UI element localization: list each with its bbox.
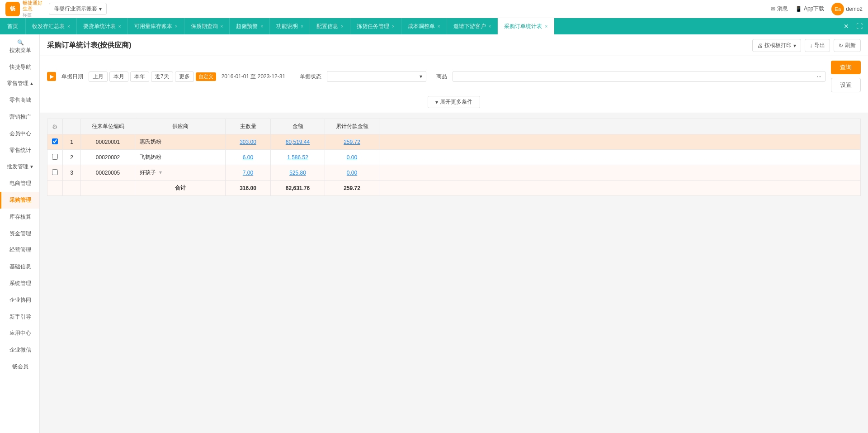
page-header: 采购订单统计表(按供应商) 🖨 按模板打印 ▾ ↓ 导出 ↻ 刷新 — [40, 34, 868, 56]
tab-purchase-stat[interactable]: 采购订单统计表 × — [498, 18, 554, 34]
tab-order-stat[interactable]: 要货单统计表 × — [77, 18, 128, 34]
close-inventory-book[interactable]: × — [175, 24, 178, 29]
export-button[interactable]: ↓ 导出 — [805, 39, 830, 52]
refresh-button[interactable]: ↻ 刷新 — [834, 39, 861, 52]
message-btn[interactable]: ✉ 消息 — [771, 5, 788, 13]
tab-collect-pay[interactable]: 收发存汇总表 × — [26, 18, 77, 34]
row-qty-link-2[interactable]: 6.00 — [243, 154, 253, 161]
row-qty-1[interactable]: 303.00 — [226, 134, 271, 150]
sidebar-item-ecommerce[interactable]: 电商管理 — [0, 175, 39, 192]
close-expiry-query[interactable]: × — [221, 24, 223, 29]
row-amount-link-2[interactable]: 1,586.52 — [287, 154, 308, 161]
close-cost-adjust[interactable]: × — [438, 24, 440, 29]
print-button[interactable]: 🖨 按模板打印 ▾ — [752, 39, 801, 52]
row-check-1[interactable] — [47, 134, 63, 150]
row-amount-2[interactable]: 1,586.52 — [271, 150, 325, 165]
sidebar-item-newbie[interactable]: 新手引导 — [0, 309, 39, 325]
date-range-display: 2016-01-01 至 2023-12-31 — [222, 73, 285, 81]
sidebar-item-operation[interactable]: 经营管理 — [0, 242, 39, 258]
close-invite-downstream[interactable]: × — [489, 24, 491, 29]
date-this-month-btn[interactable]: 本月 — [109, 71, 128, 82]
row-qty-3[interactable]: 7.00 — [226, 165, 271, 181]
close-all-tabs-btn[interactable]: ✕ — [840, 23, 853, 30]
retail-mgmt-label: 零售管理 — [7, 80, 28, 87]
close-order-stat[interactable]: × — [118, 24, 121, 29]
sidebar-item-retail-mgmt[interactable]: 零售管理 ▲ — [0, 75, 39, 92]
date-last-month-btn[interactable]: 上月 — [89, 71, 108, 82]
logo-text: 畅捷通好生意标签 — [23, 0, 45, 18]
sidebar-item-marketing[interactable]: 营销推广 — [0, 109, 39, 125]
sidebar-item-quick-nav[interactable]: 快捷导航 — [0, 59, 39, 76]
expand-row-icon[interactable]: ▾ — [159, 169, 162, 176]
sidebar-item-retail-stat[interactable]: 零售统计 — [0, 142, 39, 159]
row-checkbox-3[interactable] — [52, 169, 58, 175]
row-supplier-1: 惠氏奶粉 — [135, 134, 226, 150]
date-more-btn[interactable]: 更多 — [175, 71, 194, 82]
tab-config-info[interactable]: 配置信息 × — [310, 18, 350, 34]
tab-cost-adjust[interactable]: 成本调整单 × — [401, 18, 447, 34]
sidebar-item-cooperation[interactable]: 企业协同 — [0, 292, 39, 309]
sidebar-item-search[interactable]: 🔍 搜索菜单 — [0, 34, 39, 59]
row-amount-link-3[interactable]: 525.80 — [289, 170, 306, 176]
app-download-btn[interactable]: 📱 App下载 — [795, 5, 824, 13]
column-settings-icon[interactable]: ⚙ — [52, 123, 58, 130]
tab-inventory-book[interactable]: 可用量库存账本 × — [128, 18, 184, 34]
row-paid-2[interactable]: 0.00 — [325, 150, 379, 165]
filter-toggle-btn[interactable]: ▶ — [47, 72, 56, 81]
maximize-btn[interactable]: ⛶ — [853, 23, 866, 30]
sidebar-item-finance[interactable]: 资金管理 — [0, 225, 39, 242]
workspace-selector[interactable]: 母婴行业演示账套 ▾ — [49, 3, 107, 15]
expand-more-btn[interactable]: ▾ 展开更多条件 — [428, 96, 480, 108]
close-config-info[interactable]: × — [341, 24, 344, 29]
date-7days-btn[interactable]: 近7天 — [151, 71, 173, 82]
logo-area: 畅 畅捷通好生意标签 — [5, 0, 45, 18]
sidebar-item-enterprise-wechat[interactable]: 企业微信 — [0, 342, 39, 358]
sidebar-item-wholesale[interactable]: 批发管理 ▼ — [0, 158, 39, 175]
close-pick-task[interactable]: × — [392, 24, 395, 29]
close-collect-pay[interactable]: × — [67, 24, 70, 29]
row-qty-link-1[interactable]: 303.00 — [240, 139, 256, 145]
tab-function-desc[interactable]: 功能说明 × — [270, 18, 310, 34]
sidebar-item-member2[interactable]: 畅会员 — [0, 358, 39, 375]
sidebar-item-member[interactable]: 会员中心 — [0, 125, 39, 142]
row-qty-2[interactable]: 6.00 — [226, 150, 271, 165]
tab-invite-downstream[interactable]: 邀请下游客户 × — [447, 18, 498, 34]
sidebar-item-retail-mall[interactable]: 零售商城 — [0, 92, 39, 109]
row-paid-3[interactable]: 0.00 — [325, 165, 379, 181]
status-filter-label: 单据状态 — [300, 73, 321, 81]
date-this-year-btn[interactable]: 本年 — [130, 71, 149, 82]
row-qty-link-3[interactable]: 7.00 — [243, 170, 253, 176]
row-checkbox-2[interactable] — [52, 154, 58, 160]
row-check-3[interactable] — [47, 165, 63, 181]
user-area[interactable]: Ea demo2 — [831, 3, 863, 15]
row-paid-link-3[interactable]: 0.00 — [347, 170, 357, 176]
tab-expiry-query[interactable]: 保质期查询 × — [184, 18, 230, 34]
close-overstock[interactable]: × — [260, 24, 263, 29]
close-purchase-stat[interactable]: × — [545, 24, 547, 29]
date-custom-tag[interactable]: 自定义 — [196, 72, 216, 81]
status-select[interactable]: ▾ — [327, 71, 426, 82]
goods-input[interactable]: ··· — [453, 71, 826, 82]
sidebar-item-purchase[interactable]: 采购管理 — [0, 192, 39, 209]
app-download-label: App下载 — [804, 5, 824, 13]
row-paid-link-2[interactable]: 0.00 — [347, 154, 357, 161]
row-checkbox-1[interactable] — [52, 138, 58, 144]
row-index-2: 2 — [63, 150, 81, 165]
settings-button[interactable]: 设置 — [831, 78, 861, 92]
tab-function-desc-label: 功能说明 — [276, 23, 298, 30]
row-amount-3[interactable]: 525.80 — [271, 165, 325, 181]
sidebar-item-basic-info[interactable]: 基础信息 — [0, 258, 39, 275]
sidebar-item-app-center[interactable]: 应用中心 — [0, 325, 39, 342]
row-amount-1[interactable]: 60,519.44 — [271, 134, 325, 150]
sidebar-item-inventory[interactable]: 库存核算 — [0, 209, 39, 225]
close-function-desc[interactable]: × — [301, 24, 303, 29]
row-paid-1[interactable]: 259.72 — [325, 134, 379, 150]
row-check-2[interactable] — [47, 150, 63, 165]
row-paid-link-1[interactable]: 259.72 — [344, 139, 360, 145]
query-button[interactable]: 查询 — [831, 61, 861, 74]
tab-home[interactable]: 首页 — [0, 18, 26, 34]
row-amount-link-1[interactable]: 60,519.44 — [286, 139, 310, 145]
tab-overstock[interactable]: 超储预警 × — [230, 18, 270, 34]
sidebar-item-system[interactable]: 系统管理 — [0, 275, 39, 292]
tab-pick-task[interactable]: 拣货任务管理 × — [350, 18, 401, 34]
